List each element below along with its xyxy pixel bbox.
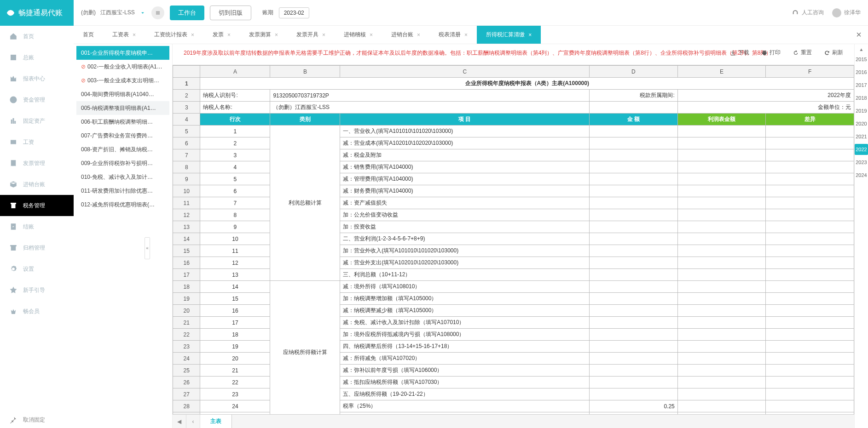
pl-amount-cell[interactable] [677, 173, 766, 185]
diff-cell[interactable] [766, 341, 854, 353]
amount-cell[interactable] [590, 305, 678, 317]
tree-item[interactable]: 008-资产折旧、摊销及纳税… [76, 143, 169, 156]
amount-cell[interactable] [590, 377, 678, 388]
pl-amount-cell[interactable] [677, 185, 766, 197]
tab-发票测算[interactable]: 发票测算× [240, 26, 287, 44]
sheet-pager-prev[interactable]: ‹ [186, 415, 200, 428]
diff-cell[interactable] [766, 377, 854, 388]
year-2016[interactable]: 2016 [855, 67, 868, 78]
download-button[interactable]: 下载 [730, 49, 749, 57]
row-header[interactable]: 17 [173, 269, 200, 281]
year-2021[interactable]: 2021 [855, 131, 868, 142]
company-selector[interactable]: (勿删) 江西服宝-LSS [81, 9, 146, 17]
amount-cell[interactable] [590, 329, 678, 341]
tab-进销稽核[interactable]: 进销稽核× [335, 26, 382, 44]
tab-close-icon[interactable]: × [528, 32, 532, 38]
amount-cell[interactable] [590, 281, 678, 293]
diff-cell[interactable] [766, 137, 854, 149]
tab-发票[interactable]: 发票× [203, 26, 240, 44]
amount-cell[interactable] [590, 353, 678, 365]
amount-cell[interactable] [590, 185, 678, 197]
row-header[interactable]: 9 [173, 173, 200, 185]
amount-cell[interactable] [590, 221, 678, 233]
pl-amount-cell[interactable] [677, 245, 766, 257]
diff-cell[interactable] [766, 149, 854, 161]
col-header-e[interactable]: E [677, 66, 766, 78]
year-2020[interactable]: 2020 [855, 118, 868, 129]
tree-item[interactable]: 007-广告费和业务宣传费跨… [76, 129, 169, 143]
tab-工资统计报表[interactable]: 工资统计报表× [145, 26, 203, 44]
row-header[interactable]: 23 [173, 341, 200, 353]
unpin-button[interactable]: 取消固定 [0, 411, 74, 428]
diff-cell[interactable] [766, 293, 854, 305]
tab-进销台账[interactable]: 进销台账× [382, 26, 429, 44]
row-header[interactable]: 10 [173, 185, 200, 197]
year-2022[interactable]: 2022 [855, 144, 868, 155]
row-header[interactable]: 11 [173, 197, 200, 209]
pl-amount-cell[interactable] [677, 329, 766, 341]
tab-工资表[interactable]: 工资表× [103, 26, 145, 44]
row-header[interactable]: 3 [173, 102, 200, 114]
diff-cell[interactable] [766, 245, 854, 257]
col-header-b[interactable]: B [270, 66, 340, 78]
support-button[interactable]: 人工咨询 [792, 9, 824, 17]
calendar-button[interactable] [151, 6, 164, 19]
nav-item-instock[interactable]: 进销台账 [0, 174, 74, 195]
nav-item-vip[interactable]: 畅会员 [0, 301, 74, 322]
row-header[interactable]: 21 [173, 317, 200, 329]
pl-amount-cell[interactable] [677, 293, 766, 305]
amount-cell[interactable] [590, 388, 678, 400]
diff-cell[interactable] [766, 221, 854, 233]
pl-amount-cell[interactable] [677, 317, 766, 329]
nav-item-asset[interactable]: 固定资产 [0, 110, 74, 131]
row-header[interactable]: 25 [173, 365, 200, 377]
amount-cell[interactable] [590, 341, 678, 353]
nav-item-ledger[interactable]: 总账 [0, 47, 74, 68]
reset-button[interactable]: 重置 [793, 49, 812, 57]
col-header-f[interactable]: F [766, 66, 854, 78]
pl-amount-cell[interactable] [677, 221, 766, 233]
tab-发票开具[interactable]: 发票开具× [287, 26, 335, 44]
workbench-button[interactable]: 工作台 [170, 6, 204, 20]
amount-cell[interactable] [590, 126, 678, 137]
pl-amount-cell[interactable] [677, 126, 766, 137]
row-header[interactable]: 13 [173, 221, 200, 233]
row-header[interactable]: 19 [173, 293, 200, 305]
diff-cell[interactable] [766, 400, 854, 412]
tab-close-icon[interactable]: × [275, 32, 278, 38]
user-menu[interactable]: 徐泽华 [832, 8, 861, 17]
row-header[interactable]: 16 [173, 257, 200, 269]
row-header[interactable]: 27 [173, 388, 200, 400]
diff-cell[interactable] [766, 388, 854, 400]
pl-amount-cell[interactable] [677, 257, 766, 269]
row-header[interactable]: 14 [173, 233, 200, 245]
tab-close-icon[interactable]: × [322, 32, 325, 38]
nav-item-tax[interactable]: 税务管理 [0, 195, 74, 216]
year-scroll-up[interactable]: ▲ [859, 47, 864, 52]
col-header-a[interactable]: A [200, 66, 270, 78]
nav-item-report[interactable]: 报表中心 [0, 68, 74, 89]
row-header[interactable]: 20 [173, 305, 200, 317]
pl-amount-cell[interactable] [677, 365, 766, 377]
nav-item-archive[interactable]: 归档管理 [0, 237, 74, 258]
nav-item-close[interactable]: 结账 [0, 216, 74, 237]
nav-item-salary[interactable]: 工资 [0, 131, 74, 153]
diff-cell[interactable] [766, 365, 854, 377]
sheet-pager-first[interactable]: ◀ [173, 415, 186, 428]
diff-cell[interactable] [766, 317, 854, 329]
row-header[interactable]: 24 [173, 353, 200, 365]
pl-amount-cell[interactable] [677, 377, 766, 388]
tree-item[interactable]: 010-免税、减计收入及加计… [76, 170, 169, 184]
row-header[interactable]: 1 [173, 78, 200, 90]
row-header[interactable]: 12 [173, 209, 200, 221]
tree-item[interactable]: 001-企业所得税年度纳税申… [76, 46, 169, 60]
tree-item[interactable]: 011-研发费用加计扣除优惠… [76, 184, 169, 198]
tab-close-icon[interactable]: × [227, 32, 231, 38]
amount-cell[interactable] [590, 365, 678, 377]
diff-cell[interactable] [766, 353, 854, 365]
pl-amount-cell[interactable] [677, 149, 766, 161]
sheet-tab-main[interactable]: 主表 [200, 415, 232, 428]
amount-cell[interactable] [590, 317, 678, 329]
diff-cell[interactable] [766, 161, 854, 173]
tabs-close-button[interactable]: × [850, 26, 868, 44]
